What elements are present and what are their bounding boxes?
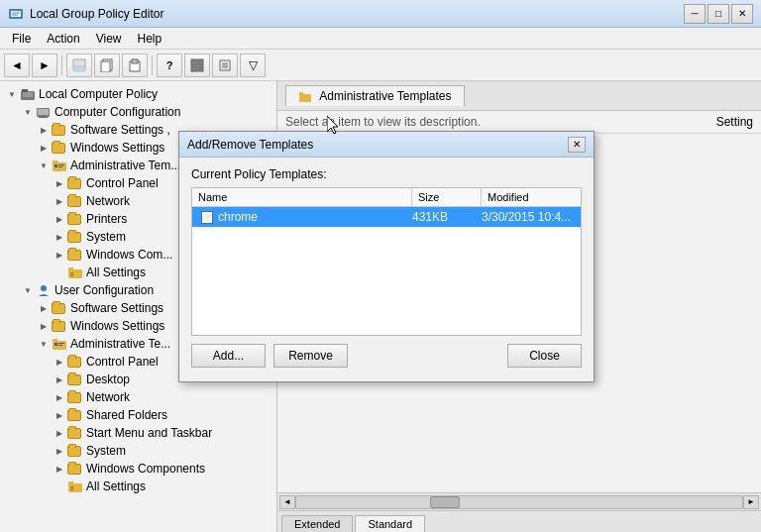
table-row[interactable]: 📄 chrome 431KB 3/30/2015 10:4... [192, 207, 581, 227]
modal-button-row: Add... Remove Close [191, 336, 582, 372]
svg-rect-7 [101, 61, 110, 72]
modal-close-button[interactable]: ✕ [568, 137, 586, 153]
modal-list-header: Name Size Modified [191, 187, 582, 207]
menu-action[interactable]: Action [39, 30, 87, 48]
modal-overlay: Add/Remove Templates ✕ Current Policy Te… [0, 81, 761, 532]
svg-rect-5 [73, 66, 85, 71]
modal-col-modified: Modified [482, 188, 581, 206]
modal-title-text: Add/Remove Templates [187, 138, 568, 152]
svg-rect-12 [191, 66, 197, 71]
remove-button[interactable]: Remove [273, 344, 348, 368]
menu-bar: File Action View Help [0, 28, 761, 50]
svg-rect-1 [11, 11, 21, 17]
help-button[interactable]: ? [157, 53, 182, 77]
paste-button[interactable] [122, 53, 148, 77]
view-button[interactable] [184, 53, 210, 77]
app-title: Local Group Policy Editor [30, 7, 684, 21]
doc-icon: 📄 [200, 210, 214, 224]
back-button[interactable]: ◄ [4, 53, 30, 77]
modal-col-name: Name [192, 188, 412, 206]
up-button[interactable] [66, 53, 92, 77]
row-modified-chrome: 3/30/2015 10:4... [478, 209, 577, 225]
svg-rect-11 [198, 59, 203, 65]
svg-rect-13 [198, 66, 203, 71]
row-size-chrome: 431KB [408, 209, 478, 225]
add-button[interactable]: Add... [191, 344, 266, 368]
toolbar: ◄ ► ? ▽ [0, 50, 761, 81]
svg-rect-10 [191, 59, 197, 65]
copy-button[interactable] [94, 53, 120, 77]
modal-label: Current Policy Templates: [191, 167, 582, 181]
close-button[interactable]: ✕ [731, 4, 753, 24]
svg-rect-9 [132, 59, 138, 63]
menu-help[interactable]: Help [130, 30, 170, 48]
modal-title-bar: Add/Remove Templates ✕ [179, 132, 594, 158]
svg-rect-15 [222, 62, 228, 68]
title-bar: Local Group Policy Editor ─ □ ✕ [0, 0, 761, 28]
forward-button[interactable]: ► [32, 53, 57, 77]
filter-button[interactable]: ▽ [240, 53, 266, 77]
modal-close-action-button[interactable]: Close [507, 344, 582, 368]
row-name-chrome: chrome [218, 210, 258, 224]
modal-dialog: Add/Remove Templates ✕ Current Policy Te… [178, 131, 595, 382]
menu-file[interactable]: File [4, 30, 39, 48]
modal-col-size: Size [412, 188, 482, 206]
maximize-button[interactable]: □ [707, 4, 729, 24]
settings-button[interactable] [212, 53, 238, 77]
app-icon [8, 6, 24, 22]
menu-view[interactable]: View [88, 30, 130, 48]
minimize-button[interactable]: ─ [684, 4, 706, 24]
modal-list-body: 📄 chrome 431KB 3/30/2015 10:4... [191, 207, 582, 336]
